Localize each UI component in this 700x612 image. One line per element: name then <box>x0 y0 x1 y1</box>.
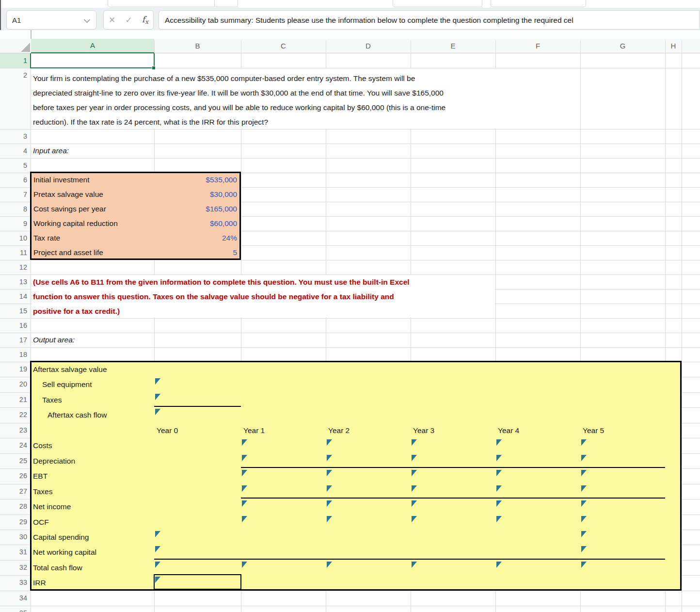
fill-handle[interactable] <box>152 66 156 70</box>
column-header-G[interactable]: G <box>580 39 665 53</box>
input-value-cell[interactable]: 5 <box>154 245 237 260</box>
row-header-15[interactable]: 15 <box>0 304 27 318</box>
note-marker-icon <box>242 455 247 461</box>
row-header-9[interactable]: 9 <box>0 216 27 231</box>
output-label: Taxes <box>42 392 62 407</box>
note-marker-icon <box>496 516 502 522</box>
ribbon-control-fragment <box>491 0 586 7</box>
note-marker-icon <box>581 455 587 461</box>
gridline <box>0 144 700 144</box>
note-marker-icon <box>496 485 502 492</box>
note-marker-icon <box>155 577 160 583</box>
ribbon-control-fragment <box>393 0 482 7</box>
irr-answer-cell[interactable] <box>154 574 241 590</box>
ribbon-control-fragment <box>214 0 238 7</box>
input-value-cell[interactable]: 24% <box>154 231 237 245</box>
input-value-cell[interactable]: $60,000 <box>154 216 237 231</box>
note-marker-icon <box>412 500 417 507</box>
input-label: Working capital reduction <box>33 216 118 231</box>
row-header-24[interactable]: 24 <box>0 438 27 452</box>
row-header-5[interactable]: 5 <box>0 158 27 173</box>
row-header-6[interactable]: 6 <box>0 173 27 187</box>
name-box[interactable]: A1 <box>6 10 96 30</box>
row-header-12[interactable]: 12 <box>0 260 27 274</box>
column-header-C[interactable]: C <box>241 39 326 53</box>
input-label: Tax rate <box>33 231 60 245</box>
gridline <box>0 591 700 591</box>
note-marker-icon <box>327 516 332 522</box>
row-header-27[interactable]: 27 <box>0 484 27 499</box>
column-header-F[interactable]: F <box>495 39 580 53</box>
year-header: Year 5 <box>583 423 604 437</box>
output-label: Aftertax cash flow <box>48 407 107 422</box>
cancel-icon[interactable]: ✕ <box>109 15 115 25</box>
gridline <box>0 158 700 159</box>
year-header: Year 2 <box>328 423 350 437</box>
row-header-32[interactable]: 32 <box>0 560 27 575</box>
column-header-A[interactable]: A <box>31 39 154 53</box>
row-header-23[interactable]: 23 <box>0 423 27 437</box>
instruction-line: positive for a tax credit.) <box>33 304 120 319</box>
row-header-16[interactable]: 16 <box>0 318 27 333</box>
row-header-35[interactable]: 35 <box>0 606 27 612</box>
row-header-28[interactable]: 28 <box>0 499 27 514</box>
row-header-26[interactable]: 26 <box>0 468 27 483</box>
row-header-17[interactable]: 17 <box>0 333 27 347</box>
note-marker-icon <box>496 562 502 568</box>
row-header-34[interactable]: 34 <box>0 591 27 605</box>
row-header-21[interactable]: 21 <box>0 392 27 407</box>
gridline <box>0 606 700 606</box>
input-value-cell[interactable]: $535,000 <box>154 173 237 187</box>
row-header-4[interactable]: 4 <box>0 144 27 158</box>
formula-input[interactable]: Accessibility tab summary: Students plea… <box>159 10 700 30</box>
column-header-B[interactable]: B <box>154 39 241 53</box>
chevron-down-icon[interactable] <box>84 16 90 23</box>
column-header-E[interactable]: E <box>411 39 495 53</box>
output-label: Taxes <box>33 484 53 499</box>
input-label: Project and asset life <box>33 245 103 260</box>
row-header-10[interactable]: 10 <box>0 231 27 245</box>
row-header-25[interactable]: 25 <box>0 453 27 468</box>
input-value-cell[interactable]: $30,000 <box>154 187 237 202</box>
input-label: Pretax salvage value <box>33 187 103 202</box>
output-label: OCF <box>33 515 49 529</box>
input-value-cell[interactable]: $165,000 <box>154 202 237 216</box>
row-header-20[interactable]: 20 <box>0 377 27 391</box>
gridline <box>0 260 700 260</box>
note-marker-icon <box>581 439 587 446</box>
row-header-2[interactable]: 2 <box>0 68 27 82</box>
formula-bar-gap <box>0 30 700 39</box>
selected-cell-outline[interactable] <box>30 52 155 68</box>
output-label: Net income <box>33 499 71 514</box>
row-header-29[interactable]: 29 <box>0 515 27 529</box>
column-header-D[interactable]: D <box>326 39 411 53</box>
row-header-22[interactable]: 22 <box>0 407 27 422</box>
row-header-14[interactable]: 14 <box>0 289 27 304</box>
column-header-H[interactable]: H <box>665 39 682 53</box>
row-header-19[interactable]: 19 <box>0 362 27 376</box>
input-area-title: Input area: <box>33 144 69 158</box>
row-header-30[interactable]: 30 <box>0 530 27 544</box>
row-header-8[interactable]: 8 <box>0 202 27 216</box>
row-header-13[interactable]: 13 <box>0 274 27 289</box>
select-all-icon[interactable] <box>21 43 30 52</box>
note-marker-icon <box>242 562 247 568</box>
year-header: Year 3 <box>413 423 434 437</box>
row-header-11[interactable]: 11 <box>0 245 27 260</box>
note-marker-icon <box>327 470 332 476</box>
year-header: Year 1 <box>243 423 265 437</box>
insert-function-icon[interactable]: fx <box>142 15 148 25</box>
gap-divider <box>31 30 32 39</box>
row-header-7[interactable]: 7 <box>0 187 27 202</box>
row-header-31[interactable]: 31 <box>0 545 27 559</box>
row-header-1[interactable]: 1 <box>0 53 27 68</box>
instruction-line: function to answer this question. Taxes … <box>33 290 394 304</box>
note-marker-icon <box>412 470 417 476</box>
row-header-18[interactable]: 18 <box>0 347 27 362</box>
row-header-33[interactable]: 33 <box>0 575 27 590</box>
note-marker-icon <box>581 562 587 568</box>
output-label: Total cash flow <box>33 560 82 575</box>
enter-icon[interactable]: ✓ <box>125 15 132 25</box>
question-line: depreciated straight-line to zero over i… <box>33 86 580 100</box>
row-header-3[interactable]: 3 <box>0 129 27 144</box>
